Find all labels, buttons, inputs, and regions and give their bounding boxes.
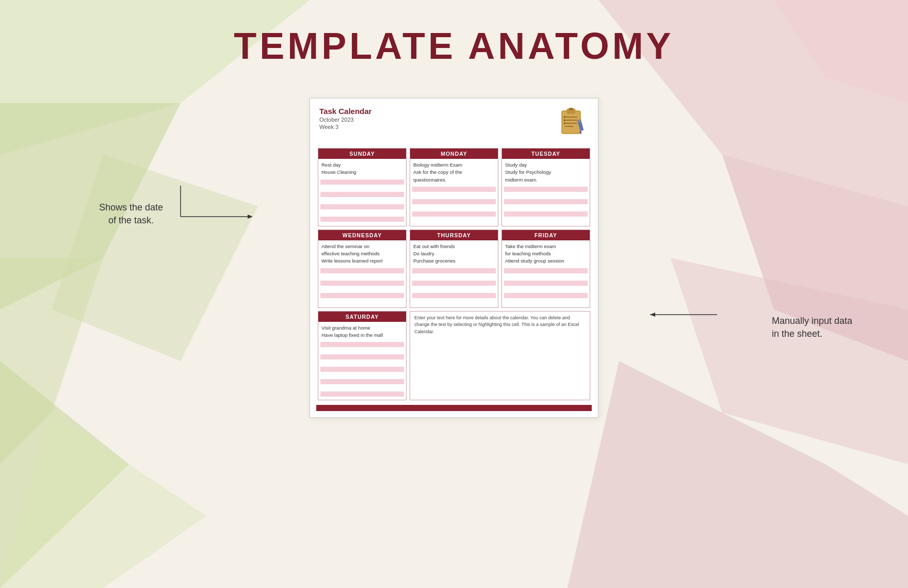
sunday-rows: [318, 176, 406, 225]
wednesday-body: Attend the seminar on effective teaching…: [318, 240, 406, 265]
tuesday-cell: TUESDAY Study day Study for Psychology m…: [501, 148, 590, 226]
monday-header: MONDAY: [410, 149, 498, 159]
calendar-top-row: SUNDAY Rest day House Cleaning MONDAY Bi…: [316, 146, 592, 228]
card-header-text: Task Calendar October 2023 Week 3: [319, 107, 371, 130]
wednesday-cell: WEDNESDAY Attend the seminar on effectiv…: [318, 230, 407, 308]
annotation-right-arrow: [650, 299, 743, 330]
sunday-header: SUNDAY: [318, 149, 406, 159]
tuesday-rows: [502, 184, 590, 226]
monday-task3: questionnaires.: [413, 176, 495, 184]
card-subtitle1: October 2023: [319, 117, 371, 123]
sunday-task2: House Cleaning: [321, 169, 403, 176]
friday-header: FRIDAY: [502, 230, 590, 240]
wednesday-task2: effective teaching methods: [321, 250, 403, 257]
task-calendar-card: Task Calendar October 2023 Week 3: [310, 98, 598, 418]
friday-task1: Take the midterm exam: [505, 243, 587, 250]
annotation-right: Manually input datain the sheet.: [772, 315, 852, 340]
friday-task3: Attend study group session: [505, 257, 587, 265]
friday-task2: for teaching methods: [505, 250, 587, 257]
monday-rows: [410, 184, 498, 226]
tuesday-body: Study day Study for Psychology midterm e…: [502, 159, 590, 184]
annotation-left: Shows the dateof the task.: [99, 201, 163, 227]
thursday-task3: Purchase groceries: [413, 257, 495, 265]
saturday-body: Visit grandma at home Have laptop fixed …: [318, 322, 406, 339]
tuesday-task3: midterm exam.: [505, 176, 587, 184]
svg-point-18: [564, 117, 565, 118]
thursday-rows: [410, 265, 498, 307]
wednesday-task1: Attend the seminar on: [321, 243, 403, 250]
calendar-middle-row: WEDNESDAY Attend the seminar on effectiv…: [316, 228, 592, 309]
wednesday-task3: Write lessons learned report: [321, 257, 403, 265]
card-header: Task Calendar October 2023 Week 3: [310, 99, 598, 146]
svg-point-19: [564, 120, 565, 121]
wednesday-rows: [318, 265, 406, 307]
saturday-header: SATURDAY: [318, 312, 406, 322]
monday-cell: MONDAY Biology midterm Exam Ask for the …: [410, 148, 498, 226]
saturday-task1: Visit grandma at home: [321, 324, 403, 332]
saturday-cell: SATURDAY Visit grandma at home Have lapt…: [318, 311, 407, 401]
calendar-bottom-row: SATURDAY Visit grandma at home Have lapt…: [316, 309, 592, 402]
saturday-task2: Have laptop fixed in the mall: [321, 332, 403, 339]
sunday-cell: SUNDAY Rest day House Cleaning: [318, 148, 407, 226]
saturday-rows: [318, 339, 406, 400]
sunday-task1: Rest day: [321, 161, 403, 169]
tuesday-header: TUESDAY: [502, 149, 590, 159]
tuesday-task2: Study for Psychology: [505, 169, 587, 176]
friday-body: Take the midterm exam for teaching metho…: [502, 240, 590, 265]
sunday-body: Rest day House Cleaning: [318, 159, 406, 176]
monday-body: Biology midterm Exam Ask for the copy of…: [410, 159, 498, 184]
svg-marker-26: [248, 215, 253, 219]
svg-rect-13: [569, 108, 573, 110]
thursday-cell: THURSDAY Eat out with friends Do laudry …: [410, 230, 498, 308]
svg-rect-11: [562, 111, 580, 134]
card-footer-bar: [316, 405, 592, 411]
friday-rows: [502, 265, 590, 307]
thursday-body: Eat out with friends Do laudry Purchase …: [410, 240, 498, 265]
monday-task2: Ask for the copy of the: [413, 169, 495, 176]
clipboard-icon: [558, 105, 589, 141]
monday-task1: Biology midterm Exam: [413, 161, 495, 169]
thursday-header: THURSDAY: [410, 230, 498, 240]
card-title: Task Calendar: [319, 107, 371, 116]
notes-cell: Enter your text here for more details ab…: [410, 311, 590, 401]
wednesday-header: WEDNESDAY: [318, 230, 406, 240]
friday-cell: FRIDAY Take the midterm exam for teachin…: [501, 230, 590, 308]
thursday-task2: Do laudry: [413, 250, 495, 257]
card-subtitle2: Week 3: [319, 124, 371, 130]
page-title: TEMPLATE ANATOMY: [234, 25, 674, 67]
annotation-left-arrow: [175, 186, 279, 248]
svg-marker-28: [650, 313, 655, 317]
tuesday-task1: Study day: [505, 161, 587, 169]
svg-point-20: [564, 123, 565, 124]
thursday-task1: Eat out with friends: [413, 243, 495, 250]
